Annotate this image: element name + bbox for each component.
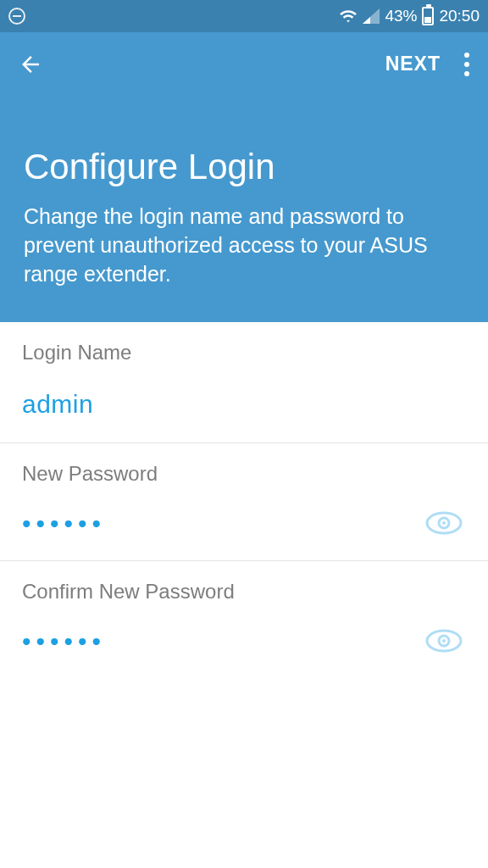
back-button[interactable] [15, 49, 46, 80]
svg-point-5 [442, 639, 446, 643]
svg-point-2 [442, 521, 446, 525]
status-bar: 43% 20:50 [0, 0, 488, 32]
wifi-icon [339, 8, 358, 24]
page-title: Configure Login [24, 147, 464, 187]
login-name-field: Login Name [0, 322, 488, 443]
clock: 20:50 [439, 7, 480, 25]
page-header: Configure Login Change the login name an… [0, 96, 488, 322]
confirm-password-field: Confirm New Password •••••• [0, 561, 488, 678]
confirm-password-input[interactable]: •••••• [22, 629, 466, 654]
app-bar: NEXT [0, 32, 488, 96]
page-subtitle: Change the login name and password to pr… [24, 203, 464, 288]
signal-icon [363, 8, 380, 24]
next-button[interactable]: NEXT [385, 53, 441, 75]
toggle-password-visibility-icon[interactable] [425, 511, 463, 535]
toggle-confirm-visibility-icon[interactable] [425, 629, 463, 653]
login-name-label: Login Name [22, 341, 466, 364]
new-password-label: New Password [22, 462, 466, 486]
overflow-menu-button[interactable] [461, 49, 473, 80]
login-form: Login Name New Password •••••• Confirm N… [0, 322, 488, 678]
login-name-input[interactable] [22, 390, 466, 419]
do-not-disturb-icon [8, 8, 25, 25]
battery-icon [422, 7, 434, 25]
confirm-password-label: Confirm New Password [22, 580, 466, 604]
battery-percent: 43% [385, 7, 417, 25]
new-password-input[interactable]: •••••• [22, 511, 466, 537]
new-password-field: New Password •••••• [0, 443, 488, 561]
